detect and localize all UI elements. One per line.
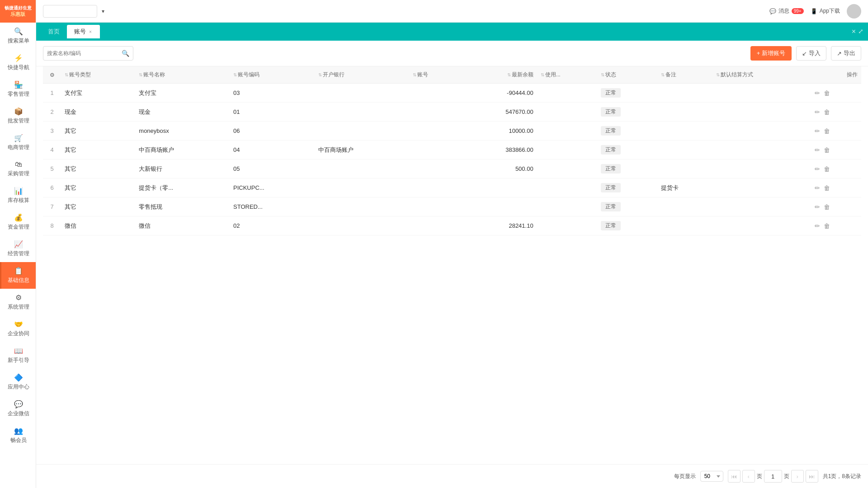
row-code: 01	[230, 103, 315, 122]
page-input[interactable]	[764, 470, 782, 483]
search-icon[interactable]: 🔍	[122, 50, 129, 57]
row-bank	[315, 84, 409, 103]
tab-account[interactable]: 账号 ×	[67, 25, 100, 38]
row-name: 大新银行	[135, 160, 230, 178]
sidebar-item-search[interactable]: 🔍搜索菜单	[0, 23, 36, 49]
row-account	[409, 216, 459, 235]
page-size-select[interactable]: 50 100 200	[700, 471, 723, 482]
row-type: 其它	[61, 178, 135, 197]
sidebar-item-label: 基础信息	[8, 277, 29, 284]
row-account	[409, 84, 459, 103]
col-balance[interactable]: ⇅最新余额	[459, 66, 537, 84]
row-actions: ✏ 🗑	[811, 84, 861, 103]
sidebar-item-operations[interactable]: 📈经营管理	[0, 235, 36, 262]
sidebar-item-label: 批发管理	[8, 117, 29, 125]
maximize-icon[interactable]: ⤢	[858, 28, 863, 36]
sidebar-item-wechat[interactable]: 💬企业微信	[0, 395, 36, 422]
col-account[interactable]: ⇅账号	[409, 66, 459, 84]
col-notes[interactable]: ⇅备注	[657, 66, 712, 84]
row-usage	[537, 178, 597, 197]
delete-icon[interactable]: 🗑	[824, 146, 830, 154]
delete-icon[interactable]: 🗑	[824, 165, 830, 173]
col-type[interactable]: ⇅账号类型	[61, 66, 135, 84]
delete-icon[interactable]: 🗑	[824, 89, 830, 97]
import-button[interactable]: ↙ 导入	[796, 46, 826, 61]
col-name[interactable]: ⇅账号名称	[135, 66, 230, 84]
sidebar-item-shortcut[interactable]: ⚡快捷导航	[0, 49, 36, 76]
sidebar-item-appstore[interactable]: 🔷应用中心	[0, 369, 36, 395]
col-code[interactable]: ⇅账号编码	[230, 66, 315, 84]
row-actions: ✏ 🗑	[811, 197, 861, 216]
row-default-payment	[712, 84, 811, 103]
sidebar-item-wholesale[interactable]: 📦批发管理	[0, 103, 36, 129]
sidebar-item-purchase[interactable]: 🛍采购管理	[0, 156, 36, 182]
sidebar-item-member[interactable]: 👥畅会员	[0, 422, 36, 449]
delete-icon[interactable]: 🗑	[824, 203, 830, 211]
add-account-button[interactable]: + 新增账号	[750, 46, 792, 61]
row-status: 正常	[597, 197, 657, 216]
content-area: 🔍 + 新增账号 ↙ 导入 ↗ 导出 ⚙	[36, 41, 868, 488]
avatar[interactable]	[847, 4, 861, 19]
edit-icon[interactable]: ✏	[815, 203, 820, 211]
row-notes	[657, 122, 712, 141]
edit-icon[interactable]: ✏	[815, 222, 820, 230]
sidebar-item-guide[interactable]: 📖新手引导	[0, 342, 36, 369]
edit-icon[interactable]: ✏	[815, 146, 820, 154]
sidebar-item-system[interactable]: ⚙系统管理	[0, 289, 36, 315]
col-status[interactable]: ⇅状态	[597, 66, 657, 84]
close-tab-icon[interactable]: ×	[852, 28, 856, 36]
row-code: 04	[230, 141, 315, 160]
edit-icon[interactable]: ✏	[815, 184, 820, 192]
next-page-button[interactable]: ›	[791, 470, 804, 483]
first-page-button[interactable]: ⏮	[728, 470, 741, 483]
row-actions: ✏ 🗑	[811, 122, 861, 141]
col-default-payment[interactable]: ⇅默认结算方式	[712, 66, 811, 84]
search-input[interactable]	[47, 50, 122, 56]
edit-icon[interactable]: ✏	[815, 89, 820, 97]
row-default-payment	[712, 122, 811, 141]
sidebar-item-ecommerce[interactable]: 🛒电商管理	[0, 129, 36, 156]
col-settings[interactable]: ⚙	[43, 66, 61, 84]
row-actions: ✏ 🗑	[811, 160, 861, 178]
edit-icon[interactable]: ✏	[815, 108, 820, 116]
delete-icon[interactable]: 🗑	[824, 222, 830, 230]
tab-home[interactable]: 首页	[41, 25, 67, 38]
message-button[interactable]: 💬 消息 99+	[769, 7, 804, 15]
accounts-table: ⚙ ⇅账号类型 ⇅账号名称 ⇅账号编码 ⇅开户银行 ⇅账号 ⇅最新余额 ⇅使用.…	[43, 66, 861, 235]
delete-icon[interactable]: 🗑	[824, 127, 830, 135]
sidebar-item-inventory[interactable]: 📊库存核算	[0, 182, 36, 209]
topbar-dropdown[interactable]: ▾	[102, 8, 104, 14]
inventory-icon: 📊	[14, 187, 23, 195]
sidebar-item-finance[interactable]: 💰资金管理	[0, 209, 36, 235]
last-page-button[interactable]: ⏭	[806, 470, 818, 483]
row-bank	[315, 103, 409, 122]
tab-close-icon[interactable]: ×	[88, 29, 93, 35]
search-box[interactable]: 🔍	[43, 46, 133, 61]
retail-icon: 🏪	[14, 80, 23, 89]
row-num: 3	[43, 122, 61, 141]
app-download-button[interactable]: 📱 App下载	[811, 7, 840, 15]
row-balance	[459, 178, 537, 197]
sidebar-item-basic[interactable]: 📋基础信息	[0, 262, 36, 289]
row-account	[409, 141, 459, 160]
sidebar-item-retail[interactable]: 🏪零售管理	[0, 76, 36, 103]
settings-icon[interactable]: ⚙	[50, 72, 55, 78]
row-default-payment	[712, 178, 811, 197]
topbar-search-input[interactable]	[43, 5, 97, 18]
col-bank[interactable]: ⇅开户银行	[315, 66, 409, 84]
row-balance: 500.00	[459, 160, 537, 178]
row-balance: 383866.00	[459, 141, 537, 160]
sidebar-item-agreement[interactable]: 🤝企业协同	[0, 315, 36, 342]
edit-icon[interactable]: ✏	[815, 127, 820, 135]
table-row: 5 其它 大新银行 05 500.00 正常 ✏ 🗑	[43, 160, 861, 178]
delete-icon[interactable]: 🗑	[824, 108, 830, 116]
prev-page-button[interactable]: ‹	[742, 470, 755, 483]
main-area: ▾ 💬 消息 99+ 📱 App下载 首页 账号 × × ⤢	[36, 0, 868, 488]
pagination-nav: ⏮ ‹ 页 页 › ⏭	[728, 470, 818, 483]
edit-icon[interactable]: ✏	[815, 165, 820, 173]
col-usage[interactable]: ⇅使用...	[537, 66, 597, 84]
delete-icon[interactable]: 🗑	[824, 184, 830, 192]
row-status: 正常	[597, 216, 657, 235]
export-button[interactable]: ↗ 导出	[831, 46, 861, 61]
row-usage	[537, 84, 597, 103]
